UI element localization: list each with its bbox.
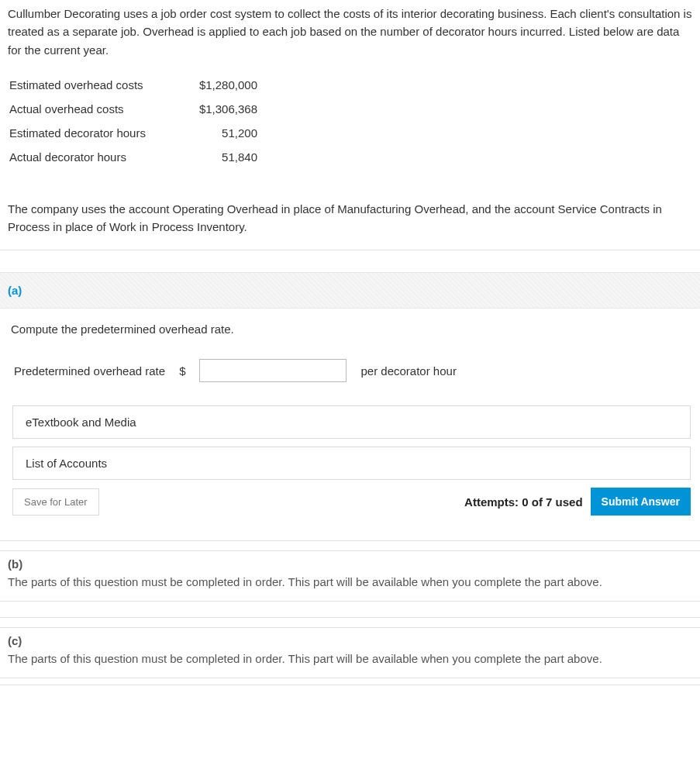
divider [0,685,700,685]
part-a-header[interactable]: (a) [0,272,700,309]
etextbook-and-media-button[interactable]: eTextbook and Media [12,405,691,439]
attempts-text: Attempts: 0 of 7 used [464,495,583,509]
row-label: Estimated decorator hours [9,121,180,145]
table-row: Estimated decorator hours 51,200 [9,121,273,145]
table-row: Actual decorator hours 51,840 [9,145,273,169]
part-b-label: (b) [8,557,692,571]
row-label: Estimated overhead costs [9,73,180,97]
accounting-note: The company uses the account Operating O… [8,200,692,236]
part-a-body: Compute the predetermined overhead rate.… [0,309,700,525]
part-a-label: (a) [8,284,22,297]
data-table: Estimated overhead costs $1,280,000 Actu… [9,73,273,169]
unit-suffix: per decorator hour [360,364,456,378]
row-label: Actual decorator hours [9,145,180,169]
table-row: Estimated overhead costs $1,280,000 [9,73,273,97]
table-row: Actual overhead costs $1,306,368 [9,97,273,121]
problem-intro: Cullumber Decorating uses a job order co… [8,5,692,59]
part-c-section: (c) The parts of this question must be c… [0,628,700,678]
save-for-later-button[interactable]: Save for Later [12,488,99,516]
divider [0,601,700,602]
part-b-locked-message: The parts of this question must be compl… [8,575,692,588]
row-value: 51,200 [180,121,273,145]
part-c-locked-message: The parts of this question must be compl… [8,652,692,665]
row-value: $1,280,000 [180,73,273,97]
actions-row: Save for Later Attempts: 0 of 7 used Sub… [12,488,691,516]
answer-label: Predetermined overhead rate [14,364,165,378]
answer-row: Predetermined overhead rate $ per decora… [14,359,692,382]
row-label: Actual overhead costs [9,97,180,121]
row-value: $1,306,368 [180,97,273,121]
row-value: 51,840 [180,145,273,169]
overhead-rate-input[interactable] [199,359,347,382]
section-separator [0,540,700,551]
part-a-prompt: Compute the predetermined overhead rate. [11,322,692,336]
submit-answer-button[interactable]: Submit Answer [591,488,691,516]
part-b-section: (b) The parts of this question must be c… [0,551,700,601]
list-of-accounts-button[interactable]: List of Accounts [12,447,691,480]
section-separator [0,617,700,628]
part-c-label: (c) [8,634,692,647]
currency-symbol: $ [179,364,185,378]
